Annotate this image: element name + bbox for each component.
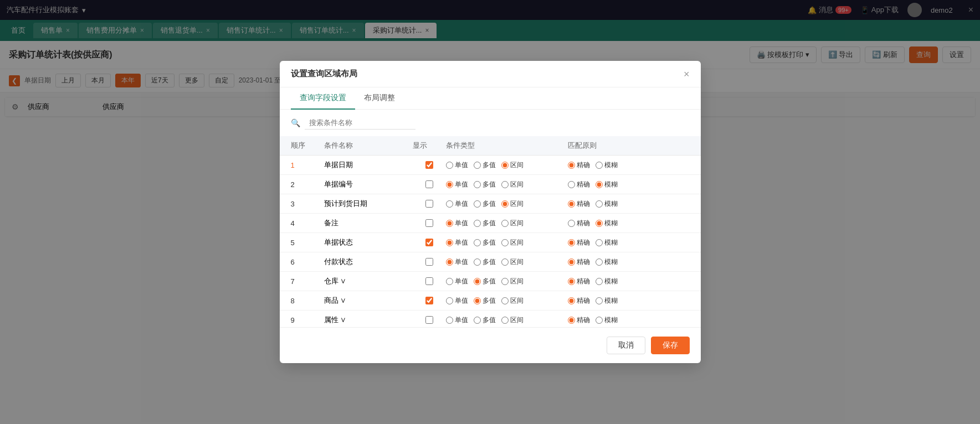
radio-exact[interactable]: 精确 [568, 277, 590, 286]
radio-single[interactable]: 单值 [446, 238, 468, 247]
radio-single[interactable]: 单值 [446, 296, 468, 306]
radio-single[interactable]: 单值 [446, 199, 468, 209]
row-display-checkbox[interactable] [413, 161, 446, 169]
row-display-checkbox[interactable] [413, 200, 446, 208]
row-display-checkbox[interactable] [413, 180, 446, 188]
row-match-rule: 精确 模糊 [568, 199, 679, 209]
row-index: 7 [291, 277, 324, 286]
radio-fuzzy[interactable]: 模糊 [596, 180, 618, 189]
row-display-checkbox[interactable] [413, 258, 446, 266]
radio-fuzzy[interactable]: 模糊 [596, 296, 618, 306]
radio-single[interactable]: 单值 [446, 277, 468, 286]
row-match-rule: 精确 模糊 [568, 296, 679, 306]
radio-multi[interactable]: 多值 [474, 219, 496, 228]
row-display-checkbox[interactable] [413, 219, 446, 227]
radio-multi[interactable]: 多值 [474, 161, 496, 170]
dialog-table-body: 1 单据日期 单值 多值 区间 精确 模糊 2 [280, 156, 701, 327]
tab-query-fields[interactable]: 查询字段设置 [291, 87, 355, 110]
row-cond-type: 单值 多值 区间 [446, 296, 568, 306]
radio-fuzzy[interactable]: 模糊 [596, 199, 618, 209]
row-index: 9 [291, 316, 324, 324]
radio-exact[interactable]: 精确 [568, 180, 590, 189]
row-name: 仓库 ∨ [324, 276, 413, 286]
radio-range[interactable]: 区间 [501, 180, 524, 189]
radio-fuzzy[interactable]: 模糊 [596, 277, 618, 286]
dialog-title: 设置查询区域布局 [291, 69, 357, 79]
dialog-search-area: 🔍 [280, 110, 701, 136]
row-cond-type: 单值 多值 区间 [446, 219, 568, 228]
radio-fuzzy[interactable]: 模糊 [596, 257, 618, 267]
row-index: 2 [291, 180, 324, 189]
radio-multi[interactable]: 多值 [474, 199, 496, 209]
search-icon: 🔍 [291, 118, 300, 127]
radio-multi[interactable]: 多值 [474, 277, 496, 286]
row-cond-type: 单值 多值 区间 [446, 199, 568, 209]
table-row: 4 备注 单值 多值 区间 精确 模糊 [280, 214, 701, 233]
row-match-rule: 精确 模糊 [568, 277, 679, 286]
radio-multi[interactable]: 多值 [474, 316, 496, 325]
radio-fuzzy[interactable]: 模糊 [596, 219, 618, 228]
save-btn[interactable]: 保存 [651, 337, 690, 354]
dialog-close-btn[interactable]: × [684, 69, 690, 79]
table-row: 2 单据编号 单值 多值 区间 精确 模糊 [280, 175, 701, 194]
settings-dialog: 设置查询区域布局 × 查询字段设置 布局调整 🔍 顺序 条件名称 显示 条件类型… [280, 61, 701, 363]
dialog-footer: 取消 保存 [280, 327, 701, 363]
radio-multi[interactable]: 多值 [474, 238, 496, 247]
radio-exact[interactable]: 精确 [568, 238, 590, 247]
row-name: 属性 ∨ [324, 315, 413, 325]
radio-fuzzy[interactable]: 模糊 [596, 316, 618, 325]
radio-exact[interactable]: 精确 [568, 316, 590, 325]
dialog-table: 1 单据日期 单值 多值 区间 精确 模糊 2 [280, 156, 701, 327]
dialog-header: 设置查询区域布局 × [280, 61, 701, 87]
row-index: 6 [291, 258, 324, 266]
cancel-btn[interactable]: 取消 [607, 337, 645, 354]
radio-exact[interactable]: 精确 [568, 199, 590, 209]
radio-single[interactable]: 单值 [446, 316, 468, 325]
radio-exact[interactable]: 精确 [568, 257, 590, 267]
row-match-rule: 精确 模糊 [568, 257, 679, 267]
table-row: 6 付款状态 单值 多值 区间 精确 模糊 [280, 252, 701, 272]
radio-multi[interactable]: 多值 [474, 180, 496, 189]
row-match-rule: 精确 模糊 [568, 219, 679, 228]
radio-range[interactable]: 区间 [501, 161, 524, 170]
row-display-checkbox[interactable] [413, 297, 446, 304]
row-name: 付款状态 [324, 257, 413, 267]
radio-exact[interactable]: 精确 [568, 219, 590, 228]
radio-range[interactable]: 区间 [501, 238, 524, 247]
radio-range[interactable]: 区间 [501, 296, 524, 306]
row-cond-type: 单值 多值 区间 [446, 238, 568, 247]
radio-exact[interactable]: 精确 [568, 296, 590, 306]
search-input[interactable] [305, 116, 415, 130]
radio-exact[interactable]: 精确 [568, 161, 590, 170]
row-match-rule: 精确 模糊 [568, 161, 679, 170]
radio-multi[interactable]: 多值 [474, 257, 496, 267]
radio-range[interactable]: 区间 [501, 277, 524, 286]
table-row: 7 仓库 ∨ 单值 多值 区间 精确 模糊 [280, 272, 701, 291]
radio-fuzzy[interactable]: 模糊 [596, 161, 618, 170]
radio-range[interactable]: 区间 [501, 257, 524, 267]
row-display-checkbox[interactable] [413, 277, 446, 285]
col-cond-type: 条件类型 [446, 141, 568, 151]
table-row: 5 单据状态 单值 多值 区间 精确 模糊 [280, 233, 701, 252]
radio-range[interactable]: 区间 [501, 219, 524, 228]
row-name: 商品 ∨ [324, 296, 413, 306]
table-row: 1 单据日期 单值 多值 区间 精确 模糊 [280, 156, 701, 175]
row-display-checkbox[interactable] [413, 239, 446, 246]
dialog-tabs: 查询字段设置 布局调整 [280, 87, 701, 110]
table-row: 8 商品 ∨ 单值 多值 区间 精确 模糊 [280, 291, 701, 311]
radio-fuzzy[interactable]: 模糊 [596, 238, 618, 247]
radio-range[interactable]: 区间 [501, 316, 524, 325]
tab-layout-adjust[interactable]: 布局调整 [355, 87, 404, 110]
row-display-checkbox[interactable] [413, 316, 446, 324]
col-display: 显示 [413, 141, 446, 151]
col-order: 顺序 [291, 141, 324, 151]
col-name: 条件名称 [324, 141, 413, 151]
radio-range[interactable]: 区间 [501, 199, 524, 209]
radio-single[interactable]: 单值 [446, 257, 468, 267]
radio-multi[interactable]: 多值 [474, 296, 496, 306]
radio-single[interactable]: 单值 [446, 219, 468, 228]
radio-single[interactable]: 单值 [446, 161, 468, 170]
radio-single[interactable]: 单值 [446, 180, 468, 189]
row-name: 单据状态 [324, 237, 413, 247]
row-index: 3 [291, 200, 324, 208]
